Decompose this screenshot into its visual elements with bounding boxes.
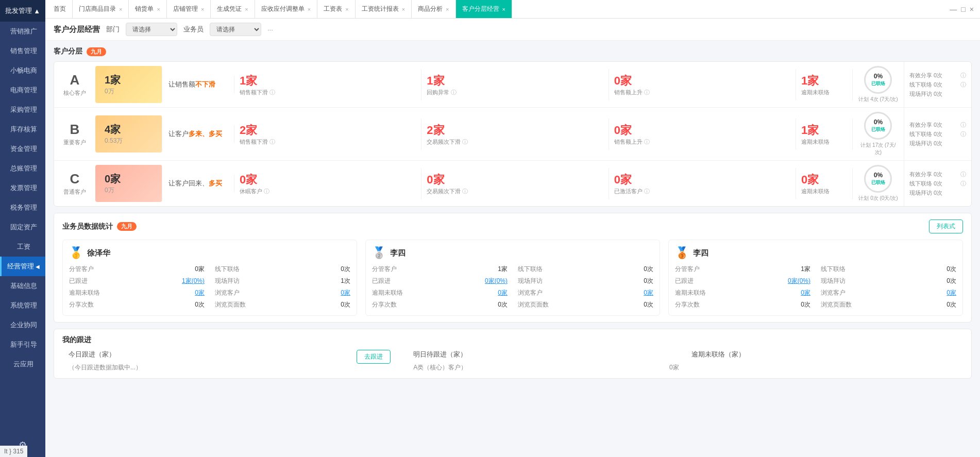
info-icon[interactable]: ⓘ xyxy=(644,138,650,146)
tab-close-all-icon[interactable]: × xyxy=(970,5,974,13)
sidebar-item-cloud[interactable]: 云应用 xyxy=(0,354,45,374)
staff-stat-row: 线下联络 0次 xyxy=(215,265,350,274)
tab-voucher[interactable]: 生成凭证 × xyxy=(211,0,255,18)
followup-section: 我的跟进 今日跟进（家） （今日跟进数据加载中...） 去跟进 明日待跟进（家）… xyxy=(54,329,972,379)
sidebar-item-label: 库存核算 xyxy=(10,125,37,133)
sidebar-item-management[interactable]: 经营管理 ◀ xyxy=(0,257,45,276)
sidebar-item-tax[interactable]: 税务管理 xyxy=(0,198,45,217)
staff-stats: 分管客户 1家 线下联络 0次 已跟进 0家(0%) 现场拜访 xyxy=(675,265,956,309)
info-icon[interactable]: ⓘ xyxy=(269,138,275,146)
tab-bar-end: — □ × xyxy=(950,5,978,13)
staff-stat-row: 分享次数 0次 xyxy=(675,300,810,309)
staff-name: 徐泽华 xyxy=(87,248,110,258)
staff-medal-icon: 🥇 xyxy=(69,246,83,260)
tier-c-label: C 普通客户 xyxy=(54,167,95,200)
sidebar-item-label: 税务管理 xyxy=(10,204,37,211)
tier-c-extra: 有效分享 0次 ⓘ 线下联络 0次 ⓘ 现场拜访 0次 xyxy=(904,166,971,201)
sidebar-item-collab[interactable]: 企业协同 xyxy=(0,315,45,335)
sidebar-collapse-icon[interactable]: ▲ xyxy=(33,7,40,15)
tier-c-contact: 0家 逾期未联络 xyxy=(796,168,853,199)
tab-close-icon[interactable]: × xyxy=(502,6,505,12)
sidebar-item-capital[interactable]: 资金管理 xyxy=(0,139,45,159)
tab-home[interactable]: 首页 xyxy=(47,0,73,18)
tier-a-metric-3: 0家 销售额上升 ⓘ xyxy=(609,69,796,100)
tab-close-icon[interactable]: × xyxy=(345,6,348,12)
sidebar-item-ledger[interactable]: 总账管理 xyxy=(0,159,45,178)
list-view-button[interactable]: 列表式 xyxy=(929,219,963,233)
followup-grid: 今日跟进（家） （今日跟进数据加载中...） 去跟进 明日待跟进（家） A类（核… xyxy=(62,350,963,372)
staff-stat-row: 浏览客户 0家 xyxy=(215,289,350,297)
sidebar-item-ecommerce-small[interactable]: 小畅电商 xyxy=(0,61,45,80)
tab-close-icon[interactable]: × xyxy=(446,6,449,12)
info-icon[interactable]: ⓘ xyxy=(644,89,650,96)
info-icon[interactable]: ⓘ xyxy=(264,188,269,195)
tier-a-contact: 1家 逾期未联络 xyxy=(796,69,853,100)
tab-bar: 首页 门店商品目录 × 销货单 × 店铺管理 × 生成凭证 × 应收应付调整单 … xyxy=(45,0,980,19)
tier-b-metric-3: 0家 销售额上升 ⓘ xyxy=(609,119,796,150)
sidebar-item-label: 基础信息 xyxy=(10,282,37,290)
tab-store-catalog[interactable]: 门店商品目录 × xyxy=(73,0,129,18)
tier-b-stat: 4家 0.53万 xyxy=(95,115,162,153)
dept-label: 部门 xyxy=(106,25,120,34)
customer-tier-section: 客户分层 九月 A 核心客户 1家 0万 让销售额不下滑 xyxy=(54,47,972,207)
sidebar-item-inventory[interactable]: 库存核算 xyxy=(0,120,45,139)
tab-close-icon[interactable]: × xyxy=(308,6,311,12)
dept-select[interactable]: 请选择 xyxy=(126,23,177,36)
sidebar-item-system[interactable]: 系统管理 xyxy=(0,296,45,315)
tier-table: A 核心客户 1家 0万 让销售额不下滑 1家 销售额下滑 ⓘ xyxy=(54,61,972,207)
sidebar-item-label: 销售管理 xyxy=(10,47,37,55)
staff-stat-row: 已跟进 0家(0%) xyxy=(675,277,810,285)
biz-section: 业务员数据统计 九月 列表式 🥇 徐泽华 分管客户 0家 xyxy=(54,213,972,323)
staff-select[interactable]: 请选择 xyxy=(210,23,261,36)
tier-c-metric-3: 0家 已激活客户 ⓘ xyxy=(609,168,796,199)
info-icon[interactable]: ⓘ xyxy=(269,89,275,96)
sidebar-item-purchase[interactable]: 采购管理 xyxy=(0,100,45,120)
tab-product-analysis[interactable]: 商品分析 × xyxy=(412,0,455,18)
sidebar-item-invoice[interactable]: 发票管理 xyxy=(0,178,45,198)
info-icon[interactable]: ⓘ xyxy=(960,171,966,178)
info-icon[interactable]: ⓘ xyxy=(644,188,650,195)
sidebar-item-label: 固定资产 xyxy=(10,223,37,231)
goto-followup-button[interactable]: 去跟进 xyxy=(357,350,391,364)
tab-label: 店铺管理 xyxy=(173,5,198,13)
info-icon[interactable]: ⓘ xyxy=(462,138,468,146)
tab-close-icon[interactable]: × xyxy=(119,6,122,12)
info-icon[interactable]: ⓘ xyxy=(960,72,966,79)
tab-close-icon[interactable]: × xyxy=(245,6,248,12)
sidebar-item-sales[interactable]: 销售管理 xyxy=(0,41,45,61)
tab-sales-order[interactable]: 销货单 × xyxy=(129,0,166,18)
staff-label: 业务员 xyxy=(183,25,204,34)
tab-minimize-icon[interactable]: — xyxy=(950,5,957,13)
tab-label: 销货单 xyxy=(135,5,154,13)
tab-close-icon[interactable]: × xyxy=(201,6,204,12)
sidebar-item-label: 新手引导 xyxy=(10,341,37,348)
info-icon[interactable]: ⓘ xyxy=(960,180,966,188)
staff-medal-icon: 🥈 xyxy=(372,246,386,260)
sidebar-item-payroll[interactable]: 工资 xyxy=(0,237,45,257)
more-options-icon[interactable]: ··· xyxy=(267,26,273,33)
info-icon[interactable]: ⓘ xyxy=(462,188,468,195)
tab-receivable[interactable]: 应收应付调整单 × xyxy=(255,0,317,18)
tab-store-manage[interactable]: 店铺管理 × xyxy=(167,0,211,18)
staff-stat-row: 浏览页面数 0次 xyxy=(821,300,956,309)
sidebar-header[interactable]: 批发管理 ▲ xyxy=(0,0,45,22)
tab-payroll-report[interactable]: 工资统计报表 × xyxy=(356,0,412,18)
info-icon[interactable]: ⓘ xyxy=(960,130,966,138)
sidebar-item-newbie[interactable]: 新手引导 xyxy=(0,335,45,354)
sidebar-item-basic[interactable]: 基础信息 xyxy=(0,276,45,296)
sidebar-item-marketing[interactable]: 营销推广 xyxy=(0,22,45,41)
tab-customer-tier[interactable]: 客户分层经营 × xyxy=(456,0,512,18)
tab-close-icon[interactable]: × xyxy=(402,6,405,12)
biz-title: 业务员数据统计 九月 xyxy=(62,222,137,231)
tab-payroll[interactable]: 工资表 × xyxy=(317,0,355,18)
tab-close-icon[interactable]: × xyxy=(157,6,160,12)
tab-expand-icon[interactable]: □ xyxy=(961,5,965,13)
tier-c-metric-1: 0家 休眠客户 ⓘ xyxy=(234,168,421,199)
info-icon[interactable]: ⓘ xyxy=(960,121,966,129)
sidebar-item-assets[interactable]: 固定资产 xyxy=(0,217,45,237)
staff-stat-row: 逾期未联络 0家 xyxy=(372,289,508,297)
info-icon[interactable]: ⓘ xyxy=(451,89,457,96)
info-icon[interactable]: ⓘ xyxy=(960,81,966,89)
sidebar-item-ecommerce[interactable]: 电商管理 xyxy=(0,80,45,100)
staff-stat-row: 现场拜访 0次 xyxy=(821,277,956,285)
